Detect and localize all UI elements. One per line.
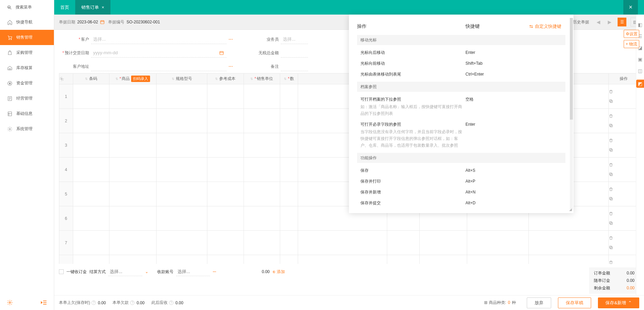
edge-icon-5[interactable]: ◫ (638, 68, 642, 74)
gear-column[interactable] (59, 74, 73, 84)
sidebar-item-sales[interactable]: 销售管理 (0, 30, 54, 45)
tab-sales-order[interactable]: 销售订单× (75, 0, 110, 15)
delete-row-icon[interactable] (609, 260, 639, 264)
one-key-checkbox[interactable] (59, 269, 64, 274)
info-value: 0.00 (175, 301, 183, 305)
gear-icon (7, 126, 13, 132)
delete-row-icon[interactable] (609, 187, 639, 191)
copy-row-icon[interactable] (609, 148, 639, 152)
help-icon[interactable]: ? (91, 301, 96, 305)
calendar-icon[interactable] (100, 20, 105, 24)
method-label: 结算方式 (89, 269, 106, 275)
close-icon[interactable]: × (102, 5, 104, 10)
chevron-down-icon[interactable]: ⌄ (145, 269, 148, 274)
svg-line-1 (10, 8, 11, 9)
table-row[interactable]: 8 (59, 255, 639, 264)
lookup-icon[interactable]: ··· (227, 37, 235, 42)
add-settlement-button[interactable]: ⊕ 添加 (272, 269, 285, 275)
edge-icon-4[interactable]: ▣ (638, 57, 642, 62)
delete-row-icon[interactable] (609, 89, 639, 94)
operation-desc: 当字段信息没有录入任何字符，并且当前字段必录时，按快捷键可直接打开字段信息的弹出… (360, 128, 465, 149)
tax-free-input[interactable] (281, 48, 308, 58)
report-icon (7, 96, 13, 101)
help-icon[interactable]: ? (130, 301, 134, 305)
popover-col1-title: 操作 (357, 23, 465, 29)
popover-row: 保存并新增Alt+N (357, 187, 565, 198)
prev-doc-icon[interactable]: ◀ (595, 19, 602, 25)
copy-row-icon[interactable] (609, 245, 639, 250)
col-ref-cost[interactable]: ⇅参考成本 (207, 74, 244, 84)
sidebar-item-quicknav[interactable]: 快捷导航 (0, 15, 54, 30)
settlement-amount[interactable]: 0.00 (219, 269, 270, 274)
popover-row: 保存并打印Alt+P (357, 176, 565, 187)
save-and-new-button[interactable]: 保存&新增⌃ (598, 297, 639, 308)
save-draft-button[interactable]: 保存草稿 (558, 297, 591, 308)
tab-home[interactable]: 首页 (54, 0, 75, 15)
info-label: 此后应收 (151, 300, 168, 306)
close-all-tabs-icon[interactable]: × (623, 0, 638, 15)
col-qty[interactable]: ⇅*数 (280, 74, 298, 84)
operation-name: 可打开档案的下拉参照如：激活「商品名称」输入框后，按快捷键可直接打开商品的下拉参… (360, 96, 465, 117)
sidebar-item-system[interactable]: 系统管理 (0, 121, 54, 137)
info-value: 0.00 (137, 301, 144, 305)
popover-section-title: 档案参照 (357, 82, 565, 92)
copy-row-icon[interactable] (609, 197, 639, 201)
table-row[interactable]: 7 (59, 231, 639, 255)
sidebar-item-purchase[interactable]: 采购管理 (0, 45, 54, 60)
col-spec[interactable]: ⇅规格型号 (157, 74, 207, 84)
method-select[interactable] (108, 267, 142, 276)
delete-row-icon[interactable] (609, 211, 639, 216)
nav-label: 销售管理 (16, 35, 33, 40)
svg-point-28 (61, 78, 62, 80)
next-doc-icon[interactable]: ▶ (606, 19, 614, 25)
row-number: 5 (59, 182, 73, 206)
copy-row-icon[interactable] (609, 123, 639, 128)
sidebar-item-finance[interactable]: ¥资金管理 (0, 76, 54, 91)
account-select[interactable] (176, 267, 210, 276)
copy-row-icon[interactable] (609, 99, 639, 103)
collapse-sidebar-icon[interactable] (40, 300, 47, 305)
sidebar-item-basic[interactable]: 基础信息 (0, 106, 54, 121)
lookup-icon[interactable]: ··· (213, 269, 216, 274)
lookup-icon[interactable]: ··· (227, 64, 235, 69)
customer-input[interactable] (91, 35, 227, 44)
delete-row-icon[interactable] (609, 114, 639, 118)
salesperson-input[interactable] (281, 35, 308, 44)
svg-point-57 (530, 25, 531, 26)
discard-button[interactable]: 放弃 (527, 297, 551, 308)
popover-row: 可打开档案的下拉参照如：激活「商品名称」输入框后，按快捷键可直接打开商品的下拉参… (357, 94, 565, 119)
add-logistics-button[interactable]: + 物流 (624, 40, 639, 48)
delete-row-icon[interactable] (609, 163, 639, 167)
edge-icon-active[interactable]: ◩ (636, 80, 644, 88)
row-number: 1 (59, 84, 73, 109)
row-number: 7 (59, 231, 73, 255)
custom-shortcut-button[interactable]: 自定义快捷键 (529, 23, 561, 29)
warehouse-icon (7, 65, 13, 71)
scrollbar-thumb[interactable] (570, 18, 573, 120)
view-compact-icon[interactable]: ☰ (618, 18, 626, 26)
search-menu[interactable]: 搜索菜单 (0, 0, 54, 15)
row-number: 6 (59, 206, 73, 231)
footer-gear-icon[interactable] (7, 299, 13, 306)
settings-button[interactable]: ⚙ 设置 (624, 30, 639, 38)
col-unit[interactable]: ⇅*销售单位 (244, 74, 280, 84)
delivery-date-input[interactable] (91, 48, 227, 58)
popover-row: 光标向前移动Shift+Tab (357, 58, 565, 69)
scan-button[interactable]: 扫码录入 (131, 76, 150, 82)
help-icon[interactable]: ? (169, 301, 173, 305)
delete-row-icon[interactable] (609, 138, 639, 143)
home-icon (7, 20, 13, 25)
addr-input[interactable] (91, 62, 227, 71)
col-barcode[interactable]: ⇅条码 (73, 74, 109, 84)
sidebar-item-business[interactable]: 经营管理 (0, 91, 54, 106)
sidebar-item-inventory[interactable]: 库存核算 (0, 60, 54, 76)
doc-date-value[interactable]: 2023-06-02 (77, 20, 98, 24)
account-label: 收款账号 (157, 269, 173, 275)
copy-row-icon[interactable] (609, 221, 639, 225)
edge-icon-1[interactable]: ◧ (638, 22, 642, 27)
remark-input[interactable] (281, 62, 308, 71)
delete-row-icon[interactable] (609, 236, 639, 240)
copy-row-icon[interactable] (609, 172, 639, 177)
col-product[interactable]: ⇅*商品扫码录入 (109, 74, 156, 84)
delivery-date-field: *预计交货日期 (59, 48, 249, 58)
